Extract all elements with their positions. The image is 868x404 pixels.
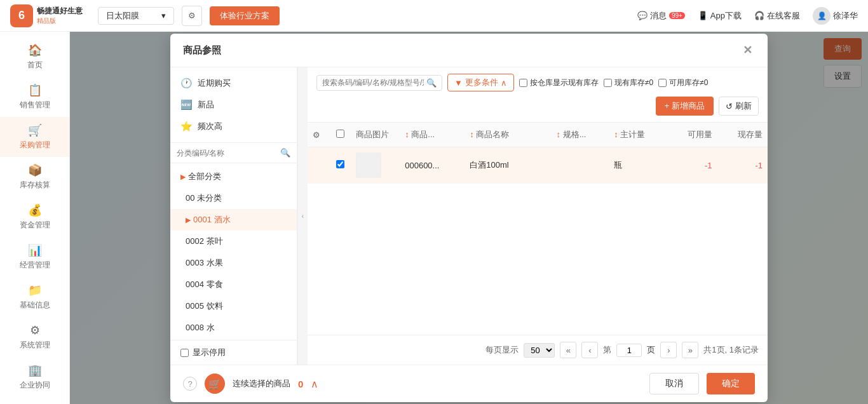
category-0001[interactable]: ▶ 0001 酒水 [170,209,297,231]
current-stock-filter-checkbox[interactable] [604,79,612,87]
main-layout: 🏠 首页 📋 销售管理 🛒 采购管理 📦 库存核算 💰 资金管理 📊 经营管理 … [0,32,868,404]
page-size-select[interactable]: 50 [524,343,555,358]
row-checkbox[interactable] [336,160,344,168]
first-page-button[interactable]: « [560,342,576,358]
notification-item[interactable]: 💬 消息 99+ [637,10,685,22]
cart-button[interactable]: 🛒 [205,374,225,394]
cancel-button[interactable]: 取消 [649,373,699,394]
available-stock-filter-checkbox-label[interactable]: 可用库存≠0 [658,77,708,88]
sidebar-item-business[interactable]: 📊 经营管理 [0,237,69,277]
th-code[interactable]: ↕ 商品... [400,123,465,147]
th-stock: 现存量 [717,123,768,147]
quick-link-new[interactable]: 🆕 新品 [170,94,297,116]
category-0004[interactable]: 0004 零食 [170,274,297,295]
product-toolbar: 🔍 ▼ 更多条件 ∧ 按仓库显示现有库存 [308,67,768,123]
avatar: 👤 [813,7,831,25]
product-table: ⚙ 商品图片 [308,123,768,335]
cart-count: 0 [298,379,303,389]
sidebar-item-sales[interactable]: 📋 销售管理 [0,77,69,117]
sort-icon-code: ↕ [405,130,409,139]
category-all[interactable]: ▶ 全部分类 [170,166,297,187]
chevron-up-icon: ∧ [501,78,507,88]
td-settings [308,147,329,184]
gear-button[interactable]: ⚙ [182,6,202,26]
footer-collapse-button[interactable]: ∧ [311,378,318,390]
th-available: 可用量 [660,123,717,147]
quick-link-frequent[interactable]: ⭐ 频次高 [170,116,297,137]
sidebar-item-guide[interactable]: 🆕 新手引导 [0,397,69,404]
home-icon: 🏠 [28,43,42,57]
sidebar-item-home[interactable]: 🏠 首页 [0,37,69,77]
show-disabled-checkbox[interactable] [180,349,189,357]
modal-close-button[interactable]: ✕ [740,43,755,58]
page-total: 共1页, 1条记录 [703,344,759,356]
panel-collapse-button[interactable]: ‹ [297,67,308,365]
td-checkbox[interactable] [329,147,351,184]
sidebar-item-purchase[interactable]: 🛒 采购管理 [0,117,69,157]
table-body: 000600... 白酒100ml [308,147,768,184]
app-icon: 📱 [698,11,708,20]
logo-text: 畅捷通好生意 精品版 [37,6,83,25]
th-checkbox[interactable] [329,123,351,147]
trial-button[interactable]: 体验行业方案 [210,6,280,25]
modal-title: 商品参照 [183,44,221,57]
sidebar-item-finance[interactable]: 💰 资金管理 [0,197,69,237]
select-all-checkbox[interactable] [336,130,344,138]
available-stock-filter-checkbox[interactable] [658,79,667,87]
next-page-button[interactable]: › [660,342,677,358]
td-spec [552,147,609,184]
category-0002[interactable]: 0002 茶叶 [170,231,297,252]
inventory-icon: 📦 [28,163,42,177]
modal-body: 🕐 近期购买 🆕 新品 ⭐ 频次高 [170,67,768,365]
refresh-button[interactable]: ↺ 刷新 [719,97,759,116]
user-item[interactable]: 👤 徐泽华 [813,7,858,25]
current-stock-filter-checkbox-label[interactable]: 现有库存≠0 [604,77,653,88]
category-00[interactable]: 00 未分类 [170,187,297,209]
category-0005[interactable]: 0005 饮料 [170,295,297,317]
quick-link-recent[interactable]: 🕐 近期购买 [170,72,297,94]
td-stock: -1 [717,147,768,184]
page-label: 页 [647,344,655,356]
online-service-item[interactable]: 🎧 在线客服 [754,10,800,22]
add-product-button[interactable]: + 新增商品 [656,97,714,116]
sidebar-item-inventory[interactable]: 📦 库存核算 [0,157,69,197]
logo-area: 6 畅捷通好生意 精品版 [10,4,83,27]
sort-icon-unit: ↕ [614,130,618,139]
product-image [356,152,381,178]
store-selector[interactable]: 日太阳膜 ▾ [98,7,174,25]
category-list: ▶ 全部分类 00 未分类 ▶ 0001 酒水 [170,163,297,340]
search-icon: 🔍 [280,148,290,158]
modal-footer: ? 🛒 连续选择的商品 0 ∧ 取消 确定 [170,365,768,402]
product-search-input[interactable] [322,78,424,87]
prev-page-button[interactable]: ‹ [581,342,598,358]
warehouse-filter-checkbox-label[interactable]: 按仓库显示现有库存 [519,77,599,88]
sidebar-item-enterprise[interactable]: 🏢 企业协同 [0,357,69,397]
th-unit[interactable]: ↕ 主计量 [609,123,659,147]
more-filter-button[interactable]: ▼ 更多条件 ∧ [447,74,514,91]
td-unit: 瓶 [609,147,659,184]
app-download-item[interactable]: 📱 App下载 [698,10,742,22]
sidebar-item-system[interactable]: ⚙ 系统管理 [0,317,69,357]
search-icon-btn[interactable]: 🔍 [426,78,437,88]
business-icon: 📊 [28,243,42,257]
warehouse-filter-checkbox[interactable] [519,79,527,87]
th-image: 商品图片 [351,123,400,147]
th-name[interactable]: ↕ 商品名称 [465,123,551,147]
sales-icon: 📋 [28,83,42,97]
last-page-button[interactable]: » [682,342,698,358]
table-row[interactable]: 000600... 白酒100ml [308,147,768,184]
confirm-button[interactable]: 确定 [707,373,755,394]
notification-icon: 💬 [637,11,648,20]
filter-icon: ▼ [454,78,463,88]
category-0003[interactable]: 0003 水果 [170,252,297,274]
clock-icon: 🕐 [180,77,193,89]
th-settings[interactable]: ⚙ [308,123,329,147]
th-spec[interactable]: ↕ 规格... [552,123,609,147]
page-number-input[interactable] [616,344,642,357]
category-search-input[interactable] [177,149,276,158]
category-0008[interactable]: 0008 水 [170,317,297,339]
help-button[interactable]: ? [183,377,197,391]
nav-right: 💬 消息 99+ 📱 App下载 🎧 在线客服 👤 徐泽华 [637,7,858,25]
sort-icon-spec: ↕ [557,130,561,139]
sidebar-item-basic[interactable]: 📁 基础信息 [0,277,69,317]
